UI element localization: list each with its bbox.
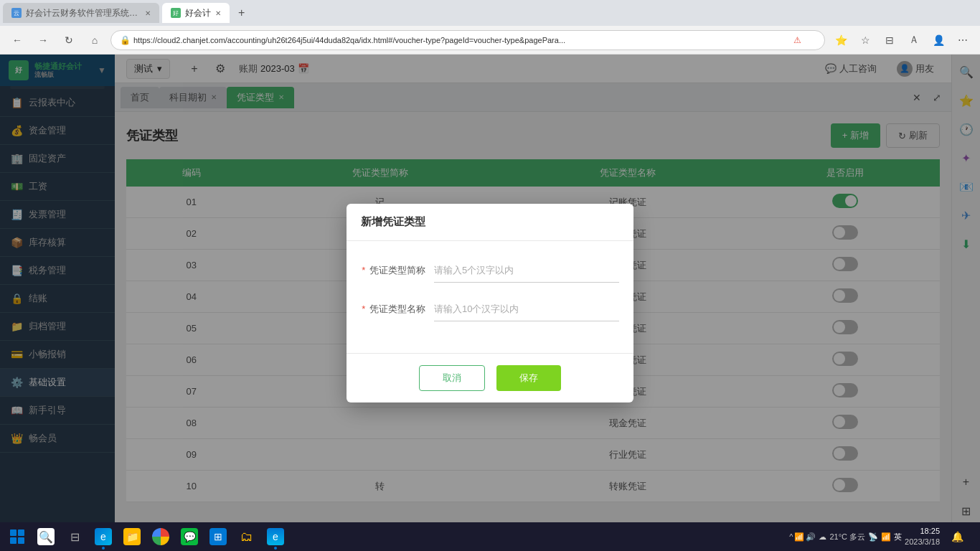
taskbar-folder[interactable]: 🗂 [232,522,261,551]
signal-icon: 📶 [881,532,891,542]
taskbar-wechat[interactable]: 💬 [175,522,204,551]
home-button[interactable]: ⌂ [85,30,105,50]
weather-icon: ☁ [819,532,826,542]
name-label: * 凭证类型名称 [361,303,425,316]
start-button[interactable] [3,522,32,551]
taskbar-appstore[interactable]: ⊞ [204,522,232,551]
view-icon[interactable]: ⊟ [880,30,900,50]
modal-footer: 取消 保存 [347,353,633,402]
tab-favicon-2: 好 [171,8,181,18]
weather-temp: 21°C 多云 [829,532,865,542]
short-name-input[interactable] [434,258,619,283]
more-icon[interactable]: ⋯ [953,30,973,50]
cancel-button[interactable]: 取消 [419,365,485,391]
taskbar: 🔍 ⊟ e 📁 💬 ⊞ 🗂 e ^ 📶 🔊 ☁ 21°C 多云 📡 [0,522,980,551]
save-button[interactable]: 保存 [496,365,561,391]
system-tray[interactable]: ^ 📶 🔊 [789,532,816,542]
new-tab-button[interactable]: + [232,6,250,19]
reload-button[interactable]: ↻ [59,30,79,50]
extensions-icon[interactable]: ⭐ [831,30,851,50]
address-bar[interactable]: 🔒 https://cloud2.chanjet.com/accounting/… [110,30,825,50]
browser-controls: ← → ↻ ⌂ 🔒 https://cloud2.chanjet.com/acc… [0,26,980,55]
modal-body: * 凭证类型简称 * 凭证类型名称 [347,241,633,353]
browser-tab-1-title: 好会计云财务软件管理系统_会计 [26,7,141,19]
modal-title: 新增凭证类型 [361,215,425,229]
short-name-label: * 凭证类型简称 [361,264,425,277]
clock-time: 18:25 [905,526,940,537]
required-star-1: * [362,265,365,276]
taskbar-right: ^ 📶 🔊 ☁ 21°C 多云 📡 📶 英 18:25 2023/3/18 🔔 [783,522,977,551]
taskbar-edge[interactable]: e [89,522,118,551]
browser-tab-2-close[interactable]: ✕ [215,9,221,17]
browser-tab-1[interactable]: 云 好会计云财务软件管理系统_会计 ✕ [3,3,159,23]
tab-favicon-1: 云 [11,8,22,18]
browser-toolbar: ⭐ ☆ ⊟ Ａ 👤 ⋯ [831,30,973,50]
name-group: * 凭证类型名称 [361,297,619,321]
browser-tab-2-title: 好会计 [185,7,211,19]
add-voucher-modal: 新增凭证类型 * 凭证类型简称 * 凭证类型名称 取消 保存 [347,204,633,402]
forward-button[interactable]: → [33,30,53,50]
taskbar-task-view[interactable]: ⊟ [60,522,89,551]
notification-button[interactable]: 🔔 [943,522,971,551]
required-star-2: * [362,303,365,314]
taskbar-chrome[interactable] [146,522,175,551]
profile-icon[interactable]: 👤 [928,30,948,50]
zoom-icon[interactable]: Ａ [904,30,924,50]
modal-overlay: 新增凭证类型 * 凭证类型简称 * 凭证类型名称 取消 保存 [0,55,980,551]
taskbar-explorer[interactable]: 📁 [118,522,146,551]
address-text: https://cloud2.chanjet.com/accounting/uh… [133,36,791,44]
clock-date: 2023/3/18 [905,537,940,547]
modal-header: 新增凭证类型 [347,204,633,241]
browser-tab-1-close[interactable]: ✕ [145,9,151,17]
network-icon: 📡 [868,532,878,542]
name-input[interactable] [434,297,619,321]
back-button[interactable]: ← [7,30,27,50]
taskbar-search[interactable]: 🔍 [32,522,60,551]
taskbar-clock[interactable]: 18:25 2023/3/18 [905,526,940,548]
short-name-group: * 凭证类型简称 [361,258,619,283]
bookmark-icon[interactable]: ☆ [855,30,875,50]
tab-bar: 云 好会计云财务软件管理系统_会计 ✕ 好 好会计 ✕ + [0,0,980,26]
weather-widget[interactable]: ☁ 21°C 多云 [819,532,865,542]
lang-indicator: 英 [894,532,902,542]
browser-tab-2[interactable]: 好 好会计 ✕ [162,3,230,23]
taskbar-edge2[interactable]: e [261,522,290,551]
